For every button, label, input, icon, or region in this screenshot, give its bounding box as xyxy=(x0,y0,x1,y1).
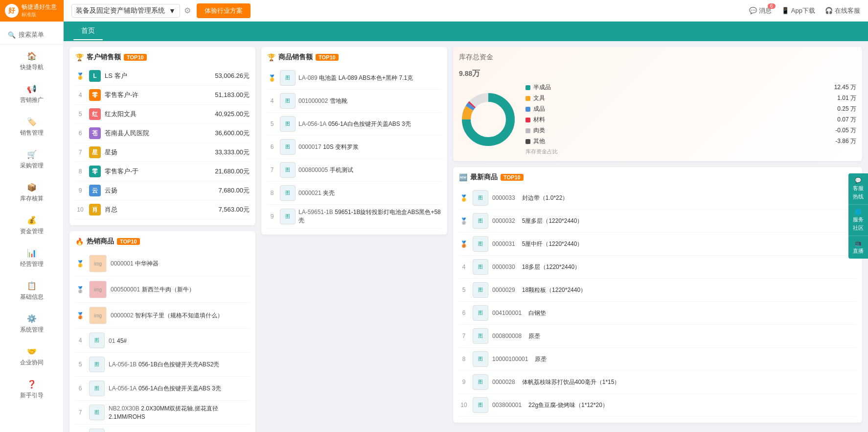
rank-num: 5 xyxy=(75,111,85,118)
mobile-icon: 📱 xyxy=(781,7,789,14)
nav-label: 采购管理 xyxy=(20,162,44,170)
product-sales-list: 🥇 图 LA-089 电池盖 LA-089 ABS本色+黑种 7.1克 4 图 xyxy=(267,67,441,229)
customer-list: 🥇 L LS 客户 53,006.26元 4 零 零售客户-许 51,183.0… xyxy=(75,67,250,219)
newest-product-item: 🥉 图 0000031 5厘中纤（1220*2440） xyxy=(459,233,856,256)
newest-product-item: 5 图 0000029 18颗粒板（1220*2440） xyxy=(459,279,856,302)
chart-legend: 半成品 12.45 万 文具 1.01 万 xyxy=(525,83,856,155)
rank-num: 8 xyxy=(459,356,469,362)
newest-product-item: 7 图 000800008 原垄 xyxy=(459,325,856,348)
hot-top-tag: TOP10 xyxy=(117,238,140,245)
hot-product-item: 4 图 01 45# xyxy=(75,329,250,353)
system-selector[interactable]: 装备及固定资产辅助管理系统 ▼ xyxy=(71,4,180,18)
sidebar-item-guide[interactable]: ❓ 新手引导 xyxy=(0,373,63,406)
online-service-button[interactable]: 🎧 在线客服 xyxy=(825,6,860,15)
sidebar-item-marketing[interactable]: 📢 营销推广 xyxy=(0,77,63,110)
sidebar-item-quick-nav[interactable]: 🏠 快捷导航 xyxy=(0,45,63,77)
customer-amount: 7,563.00元 xyxy=(218,205,250,214)
headset-icon: 🎧 xyxy=(825,7,833,14)
product-thumb: 图 xyxy=(280,185,296,201)
hot-product-item: 🥉 img 0000002 智利车子里（规格不知道填什么） xyxy=(75,303,250,329)
service-community-button[interactable]: 🌐 服务 社区 xyxy=(848,205,868,236)
rank-num: 7 xyxy=(75,409,85,416)
trial-button[interactable]: 体验行业方案 xyxy=(197,3,251,18)
product-thumb: 图 xyxy=(473,305,488,321)
product-thumb: 图 xyxy=(89,405,105,420)
content-area: 首页 🏆 客户销售额 TOP10 🥇 L xyxy=(64,22,868,432)
newest-product-item: 8 图 10000100001 原垄 xyxy=(459,348,856,371)
live-icon: 📺 xyxy=(855,240,862,246)
fire-icon: 🔥 xyxy=(75,238,84,245)
customer-amount: 33,333.00元 xyxy=(215,148,250,157)
rank-num: 7 xyxy=(459,333,469,339)
hot-product-item: 5 图 LA-056-1B 056-1B白色按键开关壳ABS2壳 xyxy=(75,353,250,377)
sidebar-item-basic-info[interactable]: 📋 基础信息 xyxy=(0,274,63,307)
newest-product-list: 🥇 图 0000033 封边带（1.0*22） 🥈 图 0000032 5厘多层… xyxy=(459,187,856,417)
customer-name: LS 客户 xyxy=(105,72,215,80)
rank-num: 8 xyxy=(75,168,85,175)
top-right-actions: 💬 消息 6 📱 App下载 🎧 在线客服 xyxy=(749,6,860,15)
finance-icon: 💰 xyxy=(26,215,37,225)
middle-column: 🏆 商品销售额 TOP10 🥇 图 LA-089 电池盖 LA-089 ABS本… xyxy=(261,47,447,432)
rank-num: 9 xyxy=(75,187,85,194)
customer-name: 肖总 xyxy=(105,205,218,214)
product-info: LA-056-1B 056-1B白色按键开关壳ABS2壳 xyxy=(109,360,250,369)
customer-list-item: 6 苍 苍南县人民医院 36,600.00元 xyxy=(75,124,250,143)
customer-avatar: 零 xyxy=(89,89,101,101)
newest-products-title: 🆕 最新商品 TOP10 xyxy=(459,173,856,182)
rank-num: 6 xyxy=(459,310,469,316)
nav-label: 新手引导 xyxy=(20,391,44,400)
product-thumb: 图 xyxy=(473,328,488,344)
product-image: img xyxy=(89,255,107,272)
customer-name: 零售客户-于 xyxy=(105,167,215,176)
live-stream-button[interactable]: 📺 直播 xyxy=(848,236,868,259)
newest-product-item: 4 图 0000030 18多层（1220*2440） xyxy=(459,256,856,279)
newest-product-item: 9 图 0000028 体帆荔枝味苏打饮品400毫升（1*15） xyxy=(459,371,856,394)
customer-avatar: 云 xyxy=(89,185,101,196)
product-thumb: 图 xyxy=(473,213,488,229)
top-tag: TOP10 xyxy=(316,54,339,61)
sidebar-item-operations[interactable]: 📊 经营管理 xyxy=(0,241,63,274)
app-download-button[interactable]: 📱 App下载 xyxy=(781,6,815,15)
sidebar-item-finance[interactable]: 💰 资金管理 xyxy=(0,209,63,241)
sidebar: 🔍 搜索菜单 🏠 快捷导航 📢 营销推广 🏷️ 销售管理 🛒 采购管理 📦 库存… xyxy=(0,22,64,432)
settings-icon[interactable]: ⚙ xyxy=(184,6,191,15)
search-menu-item[interactable]: 🔍 搜索菜单 xyxy=(0,25,63,45)
product-thumb: 图 xyxy=(89,429,105,432)
customer-card-title: 🏆 客户销售额 TOP10 xyxy=(75,53,250,62)
nav-label: 资金管理 xyxy=(20,227,44,236)
rank-num: 10 xyxy=(75,206,85,213)
nav-label: 系统管理 xyxy=(20,326,44,334)
newest-product-item: 6 图 004100001 白钢垫 xyxy=(459,302,856,325)
service-hotline-button[interactable]: 💬 客服 热线 xyxy=(848,173,868,205)
customer-amount: 21,680.00元 xyxy=(215,167,250,176)
donut-area: 半成品 12.45 万 文具 1.01 万 xyxy=(459,83,856,155)
messages-button[interactable]: 💬 消息 6 xyxy=(749,6,772,15)
logo-icon: 好 xyxy=(5,4,19,18)
customer-name: 红太阳文具 xyxy=(105,110,215,119)
product-sales-title: 🏆 商品销售额 TOP10 xyxy=(267,53,441,62)
product-thumb: 图 xyxy=(89,333,105,348)
product-thumb: 图 xyxy=(473,282,488,298)
customer-list-item: 9 云 云扬 7,680.00元 xyxy=(75,181,250,200)
sidebar-item-system[interactable]: ⚙️ 系统管理 xyxy=(0,307,63,340)
sidebar-item-inventory[interactable]: 📦 库存核算 xyxy=(0,176,63,209)
home-tab[interactable]: 首页 xyxy=(73,23,103,40)
community-icon: 🌐 xyxy=(855,209,862,215)
rank-num: 5 xyxy=(267,120,277,127)
legend-item: 其他 -3.86 万 xyxy=(525,137,856,145)
rank-num: 9 xyxy=(267,213,277,220)
legend-dot xyxy=(525,139,530,144)
newest-product-item: 10 图 003800001 22g鱼豆腐-烧烤味（1*12*20） xyxy=(459,394,856,417)
legend-dot xyxy=(525,128,530,133)
stock-title: 库存总资金 xyxy=(459,53,856,62)
nav-label: 快捷导航 xyxy=(20,63,44,72)
sidebar-item-sales[interactable]: 🏷️ 销售管理 xyxy=(0,110,63,143)
product-info: 0000002 智利车子里（规格不知道填什么） xyxy=(111,312,250,320)
hot-product-list: 🥇 img 0000001 中华神器 🥈 img 000500001 xyxy=(75,251,250,432)
customer-list-item: 8 零 零售客户-于 21,680.00元 xyxy=(75,162,250,181)
customer-name: 零售客户-许 xyxy=(105,91,215,99)
sidebar-item-cooperation[interactable]: 🤝 企业协同 xyxy=(0,340,63,373)
chart-subtitle: 库存资金占比 xyxy=(525,148,856,155)
legend-item: 成品 0.25 万 xyxy=(525,105,856,113)
sidebar-item-purchase[interactable]: 🛒 采购管理 xyxy=(0,143,63,176)
